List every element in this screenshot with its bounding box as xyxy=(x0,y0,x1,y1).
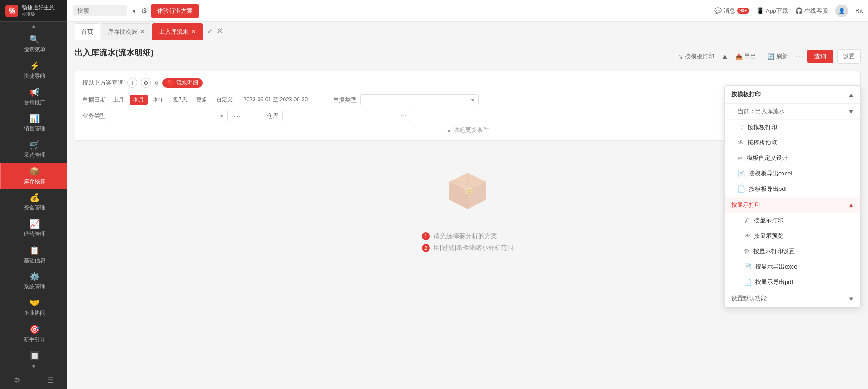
operations-icon: 📈 xyxy=(30,219,40,229)
sidebar-settings-btn[interactable]: ⚙ xyxy=(14,376,20,384)
settings-btn[interactable]: 设置 xyxy=(837,49,861,64)
sidebar-scroll-down[interactable]: ▼ xyxy=(0,362,67,371)
date-more-btn[interactable]: 更多 xyxy=(193,95,211,105)
app-logo: 畅 畅捷通好生意 标准版 xyxy=(0,0,67,22)
sidebar-item-quicknav-label: 快捷导航 xyxy=(24,72,45,80)
enterprise-icon: 🤝 xyxy=(30,298,40,308)
dropdown-display-pdf[interactable]: 📄 按显示导出pdf xyxy=(725,274,860,290)
filter-collapse-btn[interactable]: « xyxy=(155,79,159,87)
app-download-icon: 📱 xyxy=(757,7,764,14)
preview-icon: 👁 xyxy=(738,139,744,146)
sidebar: 畅 畅捷通好生意 标准版 ▲ 🔍 搜索菜单 ⚡ 快捷导航 📢 营销推广 📊 销售… xyxy=(0,0,67,389)
date-filter-field: 单据日期 上月 本月 本年 近7天 更多 自定义 xyxy=(82,95,236,105)
tab-close-all-icon[interactable]: ✕ xyxy=(216,26,223,36)
sidebar-item-operations[interactable]: 📈 经营管理 xyxy=(0,215,67,242)
filter-tag-label: 流水明细 xyxy=(176,79,198,87)
display-print-section-header[interactable]: 按显示打印 ▲ xyxy=(725,197,860,213)
topbar-avatar[interactable]: 👤 xyxy=(835,5,848,17)
receipt-type-select-wrap: ▼ xyxy=(360,94,479,105)
sidebar-menu: 🔍 搜索菜单 ⚡ 快捷导航 📢 营销推广 📊 销售管理 🛒 采购管理 📦 库存核… xyxy=(0,31,67,362)
dropdown-display-excel[interactable]: 📄 按显示导出excel xyxy=(725,259,860,274)
dropdown-template-custom[interactable]: ✏ 模板自定义设计 xyxy=(725,150,860,166)
sidebar-item-enterprise-label: 企业协同 xyxy=(24,309,45,317)
sidebar-item-enterprise[interactable]: 🤝 企业协同 xyxy=(0,294,67,321)
sidebar-item-guide[interactable]: 🎯 新手引导 xyxy=(0,321,67,347)
apps-icon: 🔲 xyxy=(30,351,40,361)
sidebar-item-operations-label: 经营管理 xyxy=(24,230,45,238)
dropdown-template-print[interactable]: 🖨 按模板打印 xyxy=(725,120,860,135)
dropdown-current-item: 当前：出入库流水 ▼ xyxy=(725,104,860,119)
system-icon: ⚙️ xyxy=(30,272,40,282)
marketing-icon: 📢 xyxy=(30,87,40,97)
filter-add-btn[interactable]: + xyxy=(127,78,137,88)
tab-home[interactable]: 首页 xyxy=(75,23,100,40)
sidebar-item-search[interactable]: 🔍 搜索菜单 xyxy=(0,31,67,57)
date-this-year-btn[interactable]: 本年 xyxy=(150,95,168,105)
dropdown-template-preview[interactable]: 👁 按模板预览 xyxy=(725,135,860,150)
topbar-dropdown-chevron[interactable]: ▼ xyxy=(131,7,137,15)
date-current-month-btn[interactable]: 本月 xyxy=(130,95,148,105)
refresh-icon: 🔄 xyxy=(767,53,774,60)
app-title: 畅捷通好生意 xyxy=(22,4,55,11)
collapse-label: 收起更多条件 xyxy=(454,126,489,134)
receipt-type-select[interactable] xyxy=(360,94,479,105)
refresh-btn[interactable]: 🔄 刷新 xyxy=(763,50,792,62)
tab-batch-close-icon[interactable]: ✕ xyxy=(140,29,145,35)
dropdown-header-chevron[interactable]: ▲ xyxy=(848,91,854,98)
dropdown-template-pdf-label: 按模板导出pdf xyxy=(749,185,787,193)
tab-batch-label: 库存批次账 xyxy=(108,28,137,36)
topbar-username: Rit xyxy=(855,7,863,14)
date-7days-btn[interactable]: 近7天 xyxy=(170,95,191,105)
filter-settings-btn[interactable]: ⚙ xyxy=(141,78,151,88)
filter-tag[interactable]: 🔴 流水明细 xyxy=(162,78,203,88)
topbar-gear-icon[interactable]: ⚙ xyxy=(141,6,147,15)
sidebar-item-marketing[interactable]: 📢 营销推广 xyxy=(0,84,67,110)
sidebar-menu-btn[interactable]: ☰ xyxy=(47,376,54,384)
export-btn[interactable]: 📤 导出 xyxy=(732,50,760,62)
tab-flow-close-icon[interactable]: ✕ xyxy=(191,29,196,35)
sidebar-item-guide-label: 新手引导 xyxy=(24,336,45,344)
dropdown-footer[interactable]: 设置默认功能 ▼ xyxy=(725,290,860,307)
warehouse-input[interactable] xyxy=(282,110,409,121)
sidebar-item-basic[interactable]: 📋 基础信息 xyxy=(0,242,67,268)
sidebar-item-sales[interactable]: 📊 销售管理 xyxy=(0,110,67,136)
dropdown-template-pdf[interactable]: 📄 按模板导出pdf xyxy=(725,181,860,197)
dropdown-display-preview[interactable]: 👁 按显示预览 xyxy=(725,228,860,244)
sidebar-item-finance[interactable]: 💰 资金管理 xyxy=(0,189,67,215)
sidebar-item-quicknav[interactable]: ⚡ 快捷导航 xyxy=(0,57,67,84)
dropdown-template-excel[interactable]: 📄 按模板导出excel xyxy=(725,166,860,181)
sidebar-scroll-up[interactable]: ▲ xyxy=(0,22,67,31)
topbar-app-download[interactable]: 📱 App下载 xyxy=(757,7,788,15)
sidebar-item-apps[interactable]: 🔲 应用中心 xyxy=(0,347,67,362)
dropdown-template-excel-label: 按模板导出excel xyxy=(749,170,792,178)
tab-batch[interactable]: 库存批次账 ✕ xyxy=(101,23,151,40)
biz-type-more-btn[interactable]: ⋯ xyxy=(233,111,241,121)
dropdown-display-settings[interactable]: ⚙ 按显示打印设置 xyxy=(725,244,860,259)
tab-maximize-icon[interactable]: ⤢ xyxy=(207,27,213,35)
industry-btn[interactable]: 体验行业方案 xyxy=(151,4,199,18)
dropdown-footer-chevron: ▼ xyxy=(848,295,854,302)
sidebar-item-purchase[interactable]: 🛒 采购管理 xyxy=(0,136,67,163)
template-print-btn[interactable]: 🖨 按模板打印 xyxy=(673,50,718,62)
sidebar-item-system[interactable]: ⚙️ 系统管理 xyxy=(0,268,67,294)
dropdown-footer-label: 设置默认功能 xyxy=(731,294,767,303)
tab-flow[interactable]: 出入库流水 ✕ xyxy=(152,23,203,40)
template-print-chevron[interactable]: ▲ xyxy=(722,53,728,60)
display-preview-icon: 👁 xyxy=(744,232,750,239)
sidebar-item-inventory[interactable]: 📦 库存核算 xyxy=(0,163,67,189)
search-input[interactable] xyxy=(73,5,127,16)
message-label: 消息 xyxy=(723,7,735,15)
date-prev-month-btn[interactable]: 上月 xyxy=(110,95,128,105)
date-range: 2023-06-01 至 2023-06-30 xyxy=(244,96,308,104)
filter-label: 按以下方案查询 xyxy=(82,79,124,87)
biz-type-select[interactable] xyxy=(110,110,228,121)
query-btn[interactable]: 查询 xyxy=(807,50,833,63)
quicknav-icon: ⚡ xyxy=(30,61,40,71)
warehouse-more-icon[interactable]: ⋯ xyxy=(400,112,407,120)
message-badge: 99+ xyxy=(737,8,749,14)
topbar-online-service[interactable]: 🎧 在线客服 xyxy=(795,7,828,15)
dropdown-display-print[interactable]: 🖨 按显示打印 xyxy=(725,213,860,228)
dropdown-header: 按模板打印 ▲ xyxy=(725,86,860,104)
date-custom-btn[interactable]: 自定义 xyxy=(213,95,236,105)
topbar-message[interactable]: 💬 消息 99+ xyxy=(714,7,749,15)
